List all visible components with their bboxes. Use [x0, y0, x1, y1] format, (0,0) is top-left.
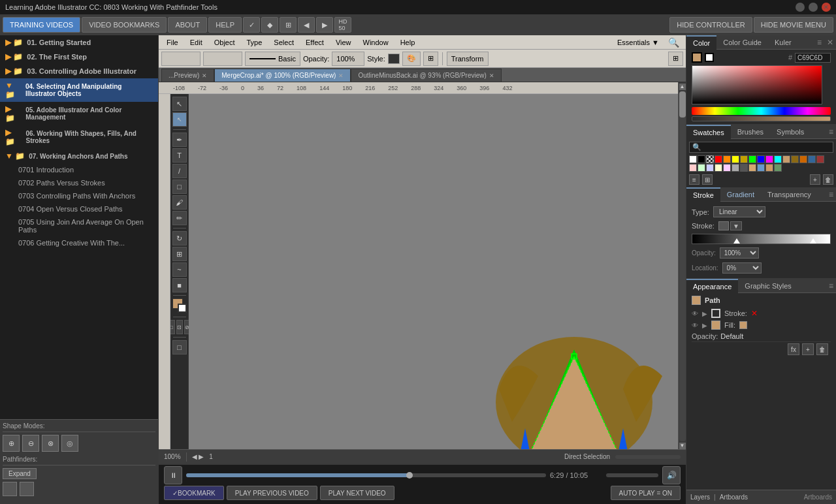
minus-front-btn[interactable]: ⊖ — [22, 435, 39, 452]
swatch-darkgray[interactable] — [740, 164, 748, 172]
sidebar-item-03[interactable]: ▶ 📁 03. Controlling Adobe Illustrator — [0, 64, 158, 78]
swatch-greenlight[interactable] — [698, 164, 705, 172]
vertical-scrollbar[interactable]: ▲ ▼ — [678, 82, 686, 449]
new-art-btn[interactable]: + — [802, 343, 814, 355]
sidebar-subitem-0704[interactable]: 0704 Open Versus Closed Paths — [0, 202, 158, 215]
stroke-color-box[interactable] — [178, 304, 187, 313]
training-videos-button[interactable]: TRAINING VIDEOS — [3, 17, 80, 33]
sidebar-subitem-0705[interactable]: 0705 Using Join And Average On Open Path… — [0, 215, 158, 236]
swatch-magenta[interactable] — [765, 155, 773, 163]
swatch-none[interactable] — [706, 155, 714, 163]
fill-indicator[interactable] — [692, 52, 702, 63]
search-icon[interactable]: 🔍 — [664, 37, 683, 48]
sidebar-subitem-0702[interactable]: 0702 Paths Versus Strokes — [0, 176, 158, 189]
swatch-yellow[interactable] — [732, 155, 739, 163]
swatch-blue[interactable] — [757, 155, 765, 163]
sidebar-subitem-0701[interactable]: 0701 Introduction — [0, 163, 158, 176]
sidebar-subitem-0706[interactable]: 0706 Getting Creative With The... — [0, 236, 158, 249]
swatch-white[interactable] — [689, 155, 697, 163]
menu-view[interactable]: View — [330, 37, 357, 48]
close-button[interactable]: ✕ — [822, 3, 831, 12]
sidebar-item-05[interactable]: ▶ 📁 05. Adobe Illustrator And Color Mana… — [0, 102, 158, 125]
pathfinder-btn-1[interactable] — [3, 482, 17, 496]
help-button[interactable]: HELP — [208, 17, 242, 33]
close-tab-0[interactable]: ✕ — [202, 72, 207, 79]
next-video-button[interactable]: PLAY NEXT VIDEO — [320, 486, 394, 500]
style-dropdown[interactable] — [203, 52, 242, 66]
symbols-tab[interactable]: Symbols — [770, 125, 811, 139]
menu-effect[interactable]: Effect — [300, 37, 329, 48]
artboards-tab[interactable]: Artboards — [720, 494, 748, 501]
pause-button[interactable]: ⏸ — [164, 466, 182, 484]
menu-window[interactable]: Window — [358, 37, 394, 48]
volume-bar[interactable] — [606, 473, 658, 477]
color-tab[interactable]: Color — [686, 35, 716, 50]
swatch-red[interactable] — [715, 155, 722, 163]
add-effect-btn[interactable]: fx — [788, 343, 799, 355]
pencil-tool[interactable]: ✏ — [172, 211, 187, 225]
swatch-caramel[interactable] — [765, 164, 773, 172]
stroke-menu-btn[interactable]: ▼ — [730, 221, 742, 230]
transparency-tab[interactable]: Transparency — [761, 187, 818, 202]
menu-object[interactable]: Object — [209, 37, 240, 48]
swatch-pinklight[interactable] — [689, 164, 697, 172]
swatch-gold[interactable] — [740, 155, 748, 163]
horizontal-scroll[interactable] — [615, 455, 681, 459]
swatch-yellowlight[interactable] — [715, 164, 722, 172]
style-box[interactable] — [388, 54, 400, 64]
stroke-indicator[interactable] — [705, 53, 714, 62]
unite-btn[interactable]: ⊕ — [3, 435, 20, 452]
swatch-cyan[interactable] — [774, 155, 782, 163]
essentials-dropdown[interactable]: Essentials ▼ — [613, 39, 663, 46]
expand-icon[interactable]: ⊞ — [280, 17, 297, 33]
delete-item-btn[interactable]: 🗑 — [816, 343, 828, 355]
sidebar-item-06[interactable]: ▶ 📁 06. Working With Shapes, Fills, And … — [0, 125, 158, 149]
progress-thumb[interactable] — [406, 472, 413, 479]
delete-swatch-btn[interactable]: 🗑 — [823, 174, 833, 185]
menu-edit[interactable]: Edit — [185, 37, 208, 48]
hue-bar[interactable] — [692, 107, 831, 115]
prev-video-button[interactable]: PLAY PREVIOUS VIDEO — [227, 486, 317, 500]
tab-mergecrop[interactable]: MergeCrop.ai* @ 100% (RGB/Preview) ✕ — [214, 69, 351, 82]
transform-btn[interactable]: Transform — [447, 52, 489, 66]
paintbrush-tool[interactable]: 🖌 — [172, 195, 187, 210]
recolor-btn[interactable]: 🎨 — [402, 52, 421, 66]
type-tool[interactable]: T — [172, 148, 187, 163]
swatch-skyblue[interactable] — [757, 164, 765, 172]
sidebar-item-02[interactable]: ▶ 📁 02. The First Step — [0, 50, 158, 64]
color-panel-close[interactable]: ✕ — [824, 38, 836, 47]
scroll-down-btn[interactable]: ▼ — [679, 443, 686, 449]
stroke-color-btn[interactable] — [718, 221, 729, 230]
menu-file[interactable]: File — [161, 37, 184, 48]
swatch-green[interactable] — [748, 155, 756, 163]
line-tool[interactable]: / — [172, 164, 187, 178]
gradient-type-dropdown[interactable]: Linear Radial — [713, 206, 765, 217]
opacity-select[interactable]: 100% — [720, 247, 759, 259]
tab-preview[interactable]: ...Preview) ✕ — [161, 69, 214, 82]
next-icon[interactable]: ▶ — [316, 17, 333, 33]
rect-tool[interactable]: □ — [172, 180, 187, 194]
stroke-tab[interactable]: Stroke — [686, 187, 720, 202]
menu-help[interactable]: Help — [395, 37, 421, 48]
menu-select[interactable]: Select — [268, 37, 299, 48]
fill-eye-icon[interactable]: 👁 — [692, 322, 698, 329]
appearance-tab[interactable]: Appearance — [686, 279, 738, 293]
swatch-pinkpurple[interactable] — [723, 164, 731, 172]
selection-tool-dropdown[interactable] — [161, 52, 201, 66]
sidebar-subitem-0703[interactable]: 0703 Controlling Paths With Anchors — [0, 189, 158, 202]
gradient-slider[interactable] — [692, 234, 831, 244]
close-tab-1[interactable]: ✕ — [338, 72, 344, 79]
bookmark-button[interactable]: ✓ BOOKMARK — [164, 486, 224, 500]
diamond-icon[interactable]: ◆ — [261, 17, 278, 33]
swatch-list-view-btn[interactable]: ≡ — [689, 174, 699, 185]
gradient-stop-left[interactable] — [733, 238, 740, 244]
gradient-stop-right[interactable] — [810, 238, 816, 244]
check-icon[interactable]: ✓ — [243, 17, 260, 33]
gradient-tool[interactable]: ■ — [172, 278, 187, 292]
new-swatch-btn[interactable]: + — [810, 174, 820, 185]
artboard-nav[interactable]: ◀ ▶ — [192, 453, 204, 460]
scale-tool[interactable]: ⊞ — [172, 247, 187, 261]
scroll-thumb[interactable] — [679, 91, 686, 118]
video-bookmarks-button[interactable]: VIDEO BOOKMARKS — [82, 17, 167, 33]
zoom-level[interactable]: 100% — [164, 453, 181, 460]
